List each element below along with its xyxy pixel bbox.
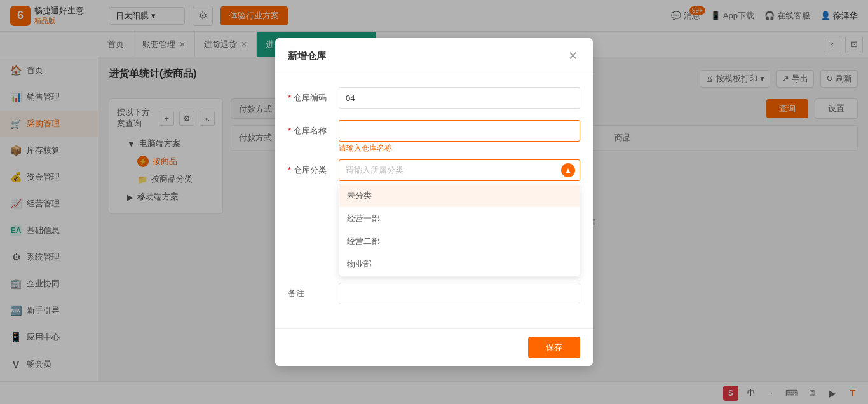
warehouse-name-label: * 仓库名称 [288,120,339,137]
warehouse-name-row: * 仓库名称 请输入仓库名称 [288,120,580,142]
add-warehouse-modal: 新增仓库 ✕ * 仓库编码 * 仓库名称 请输入仓库名称 [275,38,593,366]
warehouse-code-input[interactable] [339,87,580,109]
warehouse-category-label: * 仓库分类 [288,159,339,176]
remark-input[interactable] [339,283,580,304]
remark-row: 备注 [288,283,580,304]
warehouse-category-row: * 仓库分类 请输入所属分类 ▲ 未分类 经营一部 经营二部 物业部 [288,159,580,181]
modal-overlay: 新增仓库 ✕ * 仓库编码 * 仓库名称 请输入仓库名称 [0,0,868,404]
modal-close-button[interactable]: ✕ [565,48,580,64]
warehouse-code-row: * 仓库编码 [288,87,580,109]
warehouse-code-label: * 仓库编码 [288,87,339,104]
dropdown-item-dept1[interactable]: 经营一部 [339,207,580,230]
modal-body: * 仓库编码 * 仓库名称 请输入仓库名称 * [275,74,593,328]
warehouse-category-select-wrap: 请输入所属分类 ▲ 未分类 经营一部 经营二部 物业部 [339,159,580,181]
dropdown-item-dept3[interactable]: 物业部 [339,253,580,276]
dropdown-item-uncategorized[interactable]: 未分类 [339,184,580,207]
save-button[interactable]: 保存 [528,337,580,358]
category-arrow-button[interactable]: ▲ [561,163,575,177]
remark-label: 备注 [288,283,339,299]
warehouse-name-input[interactable] [339,120,580,142]
dropdown-item-dept2[interactable]: 经营二部 [339,230,580,253]
modal-footer: 保存 [275,328,593,366]
category-dropdown: 未分类 经营一部 经营二部 物业部 [339,184,580,276]
warehouse-category-input[interactable]: 请输入所属分类 [339,159,580,181]
modal-title: 新增仓库 [288,50,326,62]
warehouse-name-error: 请输入仓库名称 [339,143,392,154]
modal-header: 新增仓库 ✕ [275,38,593,74]
